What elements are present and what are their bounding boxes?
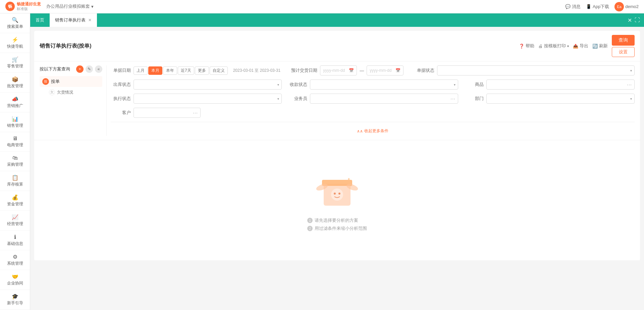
- svg-point-4: [331, 189, 343, 201]
- receipt-status-field: 收款状态 ▾: [287, 80, 458, 90]
- query-button[interactable]: 查询: [612, 35, 635, 46]
- date-btn-last-month[interactable]: 上月: [133, 66, 148, 75]
- sidebar-item-label: 零售管理: [1, 63, 29, 69]
- expected-date-start[interactable]: yyyy-mm-dd 📅: [320, 65, 357, 75]
- filter-item-by-order[interactable]: 按 按单: [40, 76, 102, 87]
- tab-sales-exec[interactable]: 销售订单执行表 ✕: [50, 13, 97, 27]
- doc-status-chevron-icon: ▾: [630, 69, 632, 72]
- industry-label: 办公用品行业模拟账套: [46, 3, 90, 9]
- collapse-up-icon: ∧∧: [357, 129, 363, 134]
- export-label: 导出: [580, 43, 588, 49]
- user-menu[interactable]: Ea demo2: [614, 2, 639, 11]
- filter-collapse-button[interactable]: «: [95, 65, 102, 73]
- sidebar-item-operations[interactable]: 📈 经营管理: [0, 211, 30, 230]
- sidebar-item-search[interactable]: 🔍 搜索菜单: [0, 13, 30, 33]
- purchase-icon: 🛍: [1, 155, 29, 161]
- sidebar-item-system[interactable]: ⚙ 系统管理: [0, 250, 30, 270]
- filter-panel: 按以下方案查询 + ✎ «: [34, 61, 640, 140]
- tab-expand-icon[interactable]: ⛶: [635, 17, 640, 23]
- sidebar-item-sales[interactable]: 📊 销售管理: [0, 112, 30, 132]
- print-chevron-icon: ▾: [567, 44, 569, 48]
- header-right: 💬 消息 📱 App下载 Ea demo2: [565, 2, 639, 11]
- sidebar-item-label: 搜索菜单: [1, 24, 29, 30]
- sidebar-item-newbie[interactable]: 🎓 新手引导: [0, 290, 30, 310]
- date-range-text: 2023-03-01 至 2023-03-31: [233, 68, 280, 73]
- sidebar-item-basic[interactable]: ℹ 基础信息: [0, 230, 30, 250]
- exec-status-field: 执行状态 ▾: [111, 94, 282, 104]
- sidebar-item-marketing[interactable]: 📣 营销推广: [0, 93, 30, 112]
- filter-sidebar-header: 按以下方案查询 + ✎ «: [40, 65, 102, 73]
- sidebar-item-label: 采购管理: [1, 162, 29, 167]
- filter-item-icon-by-order: 按: [42, 78, 49, 85]
- sidebar-item-quick-nav[interactable]: ⚡ 快捷导航: [0, 33, 30, 53]
- date-btn-this-year[interactable]: 本年: [163, 66, 177, 75]
- salesperson-input[interactable]: ···: [310, 94, 458, 104]
- tab-close-icon[interactable]: ✕: [88, 18, 92, 22]
- retail-icon: 🛒: [1, 56, 29, 63]
- app-download-label: App下载: [593, 4, 609, 10]
- salesperson-label: 业务员: [287, 96, 307, 102]
- date-btn-last-7[interactable]: 近7天: [178, 66, 194, 75]
- header-left: 畅 畅捷通好生意 标准版 办公用品行业模拟账套 ▾: [5, 2, 96, 11]
- help-button[interactable]: ❓ 帮助: [519, 43, 534, 49]
- filter-edit-button[interactable]: ✎: [86, 65, 93, 73]
- top-header: 畅 畅捷通好生意 标准版 办公用品行业模拟账套 ▾ 💬 消息 📱 App下载 E…: [0, 0, 644, 13]
- filter-item-text-by-order: 按单: [51, 79, 60, 85]
- help-icon: ❓: [519, 44, 524, 49]
- tab-close-all-icon[interactable]: ✕: [628, 17, 632, 23]
- msg-button[interactable]: 💬 消息: [565, 4, 581, 10]
- app-download-button[interactable]: 📱 App下载: [586, 4, 609, 10]
- msg-label: 消息: [572, 4, 581, 10]
- sidebar-item-ecommerce[interactable]: 🖥 电商管理: [0, 132, 30, 152]
- sidebar-item-inventory[interactable]: 📋 库存核算: [0, 171, 30, 191]
- sidebar-item-purchase[interactable]: 🛍 采购管理: [0, 152, 30, 171]
- export-button[interactable]: 📤 导出: [573, 43, 588, 49]
- collapse-button[interactable]: ∧∧ 收起更多条件: [111, 126, 635, 136]
- industry-selector[interactable]: 办公用品行业模拟账套 ▾: [44, 2, 96, 11]
- empty-hint-1: 1 请先选择要分析的方案: [307, 217, 367, 223]
- empty-hint-2: 2 用过滤条件来缩小分析范围: [307, 225, 367, 231]
- goods-field: 商品 ···: [464, 80, 635, 90]
- receipt-status-select[interactable]: ▾: [310, 80, 458, 90]
- hint-text-1: 请先选择要分析的方案: [315, 217, 358, 223]
- sidebar-item-enterprise[interactable]: 🤝 企业协同: [0, 270, 30, 290]
- date-btn-this-month[interactable]: 本月: [148, 66, 162, 75]
- out-status-select[interactable]: ▾: [133, 80, 282, 90]
- sidebar-item-label: 销售管理: [1, 123, 29, 128]
- sidebar-item-label: 营销推广: [1, 103, 29, 109]
- svg-point-6: [338, 193, 340, 195]
- expected-date-end[interactable]: yyyy-mm-dd 📅: [367, 65, 404, 75]
- logo-sub: 标准版: [17, 6, 41, 11]
- salesperson-select-wrapper: ···: [310, 94, 458, 104]
- salesperson-field: 业务员 ···: [287, 94, 458, 104]
- content-area: 首页 销售订单执行表 ✕ ✕ ⛶ 销售订单执行表(按单) ❓: [30, 13, 644, 310]
- doc-status-select-wrapper: ▾: [437, 65, 635, 75]
- sidebar-item-finance[interactable]: 💰 资金管理: [0, 191, 30, 211]
- edit-icon: ✎: [88, 67, 91, 71]
- department-select[interactable]: ▾: [486, 94, 635, 104]
- filter-sub-item-shortage[interactable]: 欠 欠货情况: [40, 88, 102, 97]
- tab-home[interactable]: 首页: [30, 13, 50, 27]
- settings-button[interactable]: 设置: [612, 47, 635, 57]
- customer-dots-icon: ···: [193, 110, 198, 115]
- filter-add-button[interactable]: +: [76, 65, 84, 73]
- user-name: demo2: [625, 4, 639, 9]
- template-print-button[interactable]: 🖨 按模板打印 ▾: [538, 43, 569, 49]
- page-actions: ❓ 帮助 🖨 按模板打印 ▾ 📤 导出 🔄: [519, 35, 635, 57]
- customer-label: 客户: [111, 110, 131, 116]
- doc-status-select[interactable]: ▾: [437, 65, 635, 75]
- expected-date-field: 预计交货日期 yyyy-mm-dd 📅 — yyyy-mm-dd 📅: [291, 65, 404, 75]
- customer-input[interactable]: ···: [133, 108, 201, 118]
- sidebar-item-wholesale[interactable]: 📦 批发管理: [0, 73, 30, 93]
- date-btn-custom[interactable]: 自定义: [210, 66, 228, 75]
- refresh-button[interactable]: 🔄 刷新: [592, 43, 608, 49]
- receipt-status-label: 收款状态: [287, 82, 307, 88]
- goods-input[interactable]: ···: [486, 80, 635, 90]
- exec-status-select[interactable]: ▾: [133, 94, 282, 104]
- sidebar-item-retail[interactable]: 🛒 零售管理: [0, 53, 30, 73]
- date-btn-more[interactable]: 更多: [195, 66, 209, 75]
- ecommerce-icon: 🖥: [1, 136, 29, 142]
- receipt-status-chevron-icon: ▾: [454, 83, 455, 87]
- tab-bar-actions: ✕ ⛶: [628, 17, 644, 23]
- goods-select-wrapper: ···: [486, 80, 635, 90]
